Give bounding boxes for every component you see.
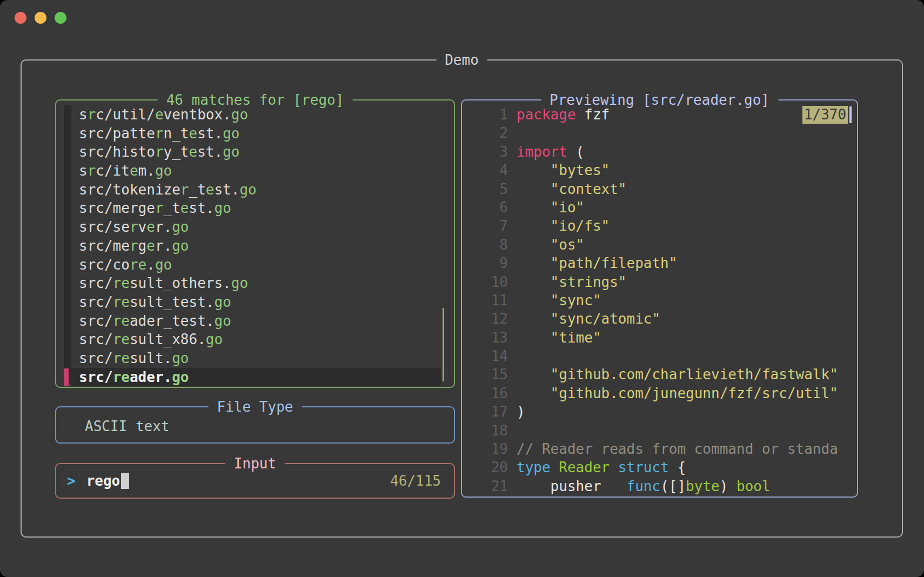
preview-position-badge: 1/370 <box>802 106 848 124</box>
code-line: 8 "os" <box>462 236 857 254</box>
match-counter: 46/115 <box>390 473 441 489</box>
code-line: 5 "context" <box>462 180 857 198</box>
list-item[interactable]: src/result_test.go <box>56 293 454 312</box>
code-line: 10 "strings" <box>462 273 857 291</box>
demo-frame: Demo 46 matches for [rego] src/util/even… <box>21 59 903 538</box>
minimize-button[interactable] <box>35 12 46 24</box>
code-line: 14 <box>462 347 857 365</box>
demo-title: Demo <box>436 51 487 69</box>
preview-panel: Previewing [src/reader.go] 1package fzf2… <box>461 99 858 498</box>
filetype-value: ASCII text <box>85 418 170 434</box>
prompt-icon: > <box>67 473 76 489</box>
line-number: 14 <box>482 347 508 365</box>
code-line: 7 "io/fs" <box>462 217 857 235</box>
line-number: 16 <box>482 384 508 402</box>
list-item[interactable]: src/util/eventbox.go <box>56 105 454 124</box>
query-text: rego <box>86 473 120 489</box>
input-panel: Input > rego 46/115 <box>55 463 455 499</box>
code-line: 19// Reader reads from command or standa <box>462 440 857 458</box>
list-item[interactable]: src/reader.go <box>56 368 454 387</box>
code-line: 3import ( <box>462 143 857 161</box>
list-item[interactable]: src/merger.go <box>56 237 454 256</box>
line-number: 10 <box>482 273 508 291</box>
list-item[interactable]: src/history_test.go <box>56 143 454 162</box>
match-list: src/util/eventbox.gosrc/pattern_test.gos… <box>56 105 454 386</box>
list-scrollbar[interactable] <box>443 308 444 381</box>
list-item[interactable]: src/result_x86.go <box>56 330 454 349</box>
code-line: 2 <box>462 124 857 142</box>
filetype-panel: File Type ASCII text <box>55 406 455 444</box>
line-number: 3 <box>482 143 508 161</box>
zoom-button[interactable] <box>55 12 66 24</box>
line-number: 7 <box>482 217 508 235</box>
list-item[interactable]: src/item.go <box>56 162 454 180</box>
line-number: 18 <box>482 421 508 440</box>
code-line: 12 "sync/atomic" <box>462 310 857 328</box>
list-item[interactable]: src/merger_test.go <box>56 199 454 218</box>
line-number: 21 <box>482 477 508 495</box>
line-number: 6 <box>482 198 508 217</box>
list-item[interactable]: src/pattern_test.go <box>56 124 454 143</box>
code-line: 18 <box>462 421 857 440</box>
code-line: 4 "bytes" <box>462 161 857 179</box>
filetype-title: File Type <box>209 398 302 415</box>
search-input[interactable]: > rego 46/115 <box>56 464 454 498</box>
list-item[interactable]: src/reader_test.go <box>56 312 454 331</box>
line-number: 1 <box>482 105 508 124</box>
line-number: 13 <box>482 328 508 347</box>
code-line: 21 pusher func([]byte) bool <box>462 477 857 495</box>
list-item[interactable]: src/server.go <box>56 218 454 237</box>
code-line: 20type Reader struct { <box>462 458 857 477</box>
line-number: 11 <box>482 291 508 310</box>
line-number: 19 <box>482 440 508 458</box>
code-line: 15 "github.com/charlievieth/fastwalk" <box>462 365 857 384</box>
list-item[interactable]: src/result.go <box>56 349 454 368</box>
line-number: 9 <box>482 254 508 272</box>
close-button[interactable] <box>15 12 26 24</box>
list-item[interactable]: src/result_others.go <box>56 274 454 293</box>
code-line: 13 "time" <box>462 328 857 347</box>
code-line: 17) <box>462 402 857 421</box>
line-number: 20 <box>482 458 508 477</box>
code-line: 16 "github.com/junegunn/fzf/src/util" <box>462 384 857 402</box>
code-line: 1package fzf <box>462 105 857 124</box>
line-number: 15 <box>482 365 508 384</box>
text-cursor <box>121 473 129 489</box>
line-number: 8 <box>482 236 508 254</box>
matches-panel: 46 matches for [rego] src/util/eventbox.… <box>55 99 455 388</box>
line-number: 2 <box>482 124 508 142</box>
code-line: 6 "io" <box>462 198 857 217</box>
line-number: 12 <box>482 310 508 328</box>
line-number: 17 <box>482 402 508 421</box>
terminal-window: Demo 46 matches for [rego] src/util/even… <box>0 0 924 577</box>
list-item[interactable]: src/core.go <box>56 256 454 274</box>
code-line: 11 "sync" <box>462 291 857 310</box>
preview-scrollbar[interactable] <box>849 106 852 123</box>
preview-code: 1package fzf23import (4 "bytes"5 "contex… <box>462 105 857 495</box>
code-line: 9 "path/filepath" <box>462 254 857 272</box>
line-number: 5 <box>482 180 508 198</box>
line-number: 4 <box>482 161 508 179</box>
list-item[interactable]: src/tokenizer_test.go <box>56 180 454 199</box>
